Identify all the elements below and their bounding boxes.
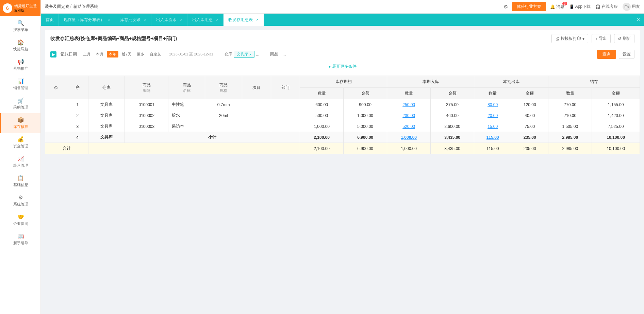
total-closing-qty: 2,985.00 bbox=[548, 143, 592, 154]
sidebar-item-basic[interactable]: 📋基础信息 bbox=[0, 171, 40, 191]
td-out-qty[interactable]: 20.00 bbox=[474, 110, 511, 121]
tab-inout-summary[interactable]: 出入库汇总× bbox=[187, 14, 224, 26]
period-btn-上月[interactable]: 上月 bbox=[81, 51, 93, 57]
sidebar-item-sales[interactable]: 📊销售管理 bbox=[0, 75, 40, 94]
warehouse-more-button[interactable]: ... bbox=[256, 52, 259, 57]
tab-close-icon[interactable]: × bbox=[144, 17, 146, 22]
th-gear[interactable]: ⚙ bbox=[45, 76, 67, 99]
export-button[interactable]: ↑ 导出 bbox=[592, 34, 611, 43]
tab-inout-flow[interactable]: 出入库流水× bbox=[151, 14, 187, 26]
date-period: 上月本月本年近7天更多自定义 bbox=[81, 51, 163, 57]
td-in-qty[interactable]: 520.00 bbox=[387, 121, 431, 132]
phone-icon: 📱 bbox=[569, 4, 574, 9]
td-out-amt: 120.00 bbox=[511, 99, 548, 110]
sidebar-item-quick-nav[interactable]: 🏠快捷导航 bbox=[0, 36, 40, 55]
td-opening-qty: 500.00 bbox=[300, 110, 344, 121]
warehouse-tag-text: 文具库 bbox=[237, 52, 248, 57]
tab-batch-ledger[interactable]: 库存批次账× bbox=[115, 14, 151, 26]
purchase-icon: 🛒 bbox=[17, 97, 24, 104]
filter-settings-button[interactable]: 设置 bbox=[619, 50, 634, 59]
tab-label: 首页 bbox=[46, 17, 54, 23]
sidebar: 6 畅捷通好生意 标准版 🔍搜索菜单🏠快捷导航📢营销推广📊销售管理🛒采购管理📦库… bbox=[0, 0, 41, 314]
period-btn-更多[interactable]: 更多 bbox=[135, 51, 146, 57]
tab-close-icon[interactable]: × bbox=[216, 17, 218, 22]
sidebar-item-purchase[interactable]: 🛒采购管理 bbox=[0, 94, 40, 113]
sidebar-item-search[interactable]: 🔍搜索菜单 bbox=[0, 16, 40, 36]
td-out-qty[interactable]: 80.00 bbox=[474, 99, 511, 110]
total-empty bbox=[88, 143, 300, 154]
chevron-down-icon: ▾ bbox=[582, 36, 584, 41]
expand-more-button[interactable]: ▾ 展开更多条件 bbox=[326, 62, 359, 71]
table-container: ⚙ 序 仓库 商品编码 商品名称 商品规格 项目 部门 库存期初 本期入库 本期… bbox=[45, 76, 640, 154]
tab-recv-send-summary[interactable]: 收发存汇总表× bbox=[224, 14, 264, 26]
logo-icon: 6 bbox=[3, 3, 12, 13]
th-in-amt: 金额 bbox=[431, 88, 474, 99]
th-out-group: 本期出库 bbox=[474, 76, 548, 88]
goods-more-button[interactable]: ... bbox=[282, 52, 286, 57]
td-subtotal-in-qty[interactable]: 1,000.00 bbox=[387, 132, 431, 143]
tab-close-icon[interactable]: × bbox=[180, 17, 182, 22]
tab-inventory-dist[interactable]: 现存量（库存分布表）× bbox=[59, 14, 115, 26]
td-dept bbox=[271, 121, 300, 132]
td-goods-code: 0100003 bbox=[125, 121, 168, 132]
total-label: 合计 bbox=[45, 143, 88, 154]
logo-text: 畅捷通好生意 bbox=[14, 3, 37, 8]
quick-nav-icon: 🏠 bbox=[17, 39, 24, 46]
td-out-qty[interactable]: 15.00 bbox=[474, 121, 511, 132]
filter-row-1: ▶ 记账日期 上月本月本年近7天更多自定义 2023-01-01 至 2023-… bbox=[50, 50, 634, 59]
sidebar-item-guide[interactable]: 📖新手引导 bbox=[0, 230, 40, 249]
td-empty bbox=[45, 110, 67, 121]
period-btn-自定义[interactable]: 自定义 bbox=[148, 51, 163, 57]
period-btn-近7天[interactable]: 近7天 bbox=[120, 51, 133, 57]
td-subtotal-out-qty[interactable]: 115.00 bbox=[474, 132, 511, 143]
th-project: 项目 bbox=[242, 76, 271, 99]
settings-icon[interactable]: ⚙ bbox=[503, 4, 508, 10]
goods-label: 商品 bbox=[270, 51, 278, 57]
refresh-button[interactable]: ↺ 刷新 bbox=[614, 34, 634, 43]
td-goods-name: 采访本 bbox=[168, 121, 205, 132]
online-service-button[interactable]: 🎧 在线客服 bbox=[595, 4, 618, 10]
td-subtotal-out-amt: 235.00 bbox=[511, 132, 548, 143]
total-out-amt: 235.00 bbox=[511, 143, 548, 154]
sidebar-item-operation[interactable]: 📈经营管理 bbox=[0, 152, 40, 171]
trial-button[interactable]: 体验行业方案 bbox=[512, 2, 546, 11]
td-in-qty[interactable]: 250.00 bbox=[387, 99, 431, 110]
user-menu[interactable]: Ea 用友 bbox=[623, 3, 640, 11]
query-button[interactable]: 查询 bbox=[597, 50, 616, 59]
tab-home[interactable]: 首页 bbox=[41, 14, 59, 26]
td-dept bbox=[271, 110, 300, 121]
tab-label: 出入库汇总 bbox=[192, 17, 213, 23]
basic-icon: 📋 bbox=[17, 175, 24, 181]
td-dept bbox=[271, 99, 300, 110]
print-button[interactable]: 🖨 按模板打印 ▾ bbox=[551, 34, 588, 43]
td-goods-code: 0100001 bbox=[125, 99, 168, 110]
td-out-amt: 40.00 bbox=[511, 110, 548, 121]
tab-bar-close-button[interactable]: × bbox=[633, 17, 644, 23]
sidebar-item-marketing[interactable]: 📢营销推广 bbox=[0, 55, 40, 75]
td-in-qty[interactable]: 230.00 bbox=[387, 110, 431, 121]
sidebar-item-system[interactable]: ⚙系统管理 bbox=[0, 191, 40, 210]
app-download-button[interactable]: 📱 App下载 bbox=[569, 4, 591, 10]
th-out-qty: 数量 bbox=[474, 88, 511, 99]
filter-expand-button[interactable]: ▶ bbox=[50, 51, 56, 57]
tab-close-icon[interactable]: × bbox=[108, 17, 110, 22]
warehouse-tag[interactable]: 文具库 × bbox=[234, 51, 254, 58]
topbar: 装备及固定资产辅助管理系统 ⚙ 体验行业方案 🔔 消息 6 📱 App下载 🎧 … bbox=[41, 0, 644, 14]
content-card: 收发存汇总表(按仓库+商品编码+商品+规格型号+项目+部门) 🖨 按模板打印 ▾… bbox=[45, 30, 640, 154]
period-btn-本月[interactable]: 本月 bbox=[94, 51, 105, 57]
export-icon: ↑ bbox=[595, 36, 597, 41]
td-goods-spec bbox=[205, 121, 242, 132]
period-btn-本年[interactable]: 本年 bbox=[107, 51, 118, 57]
header-actions: 🖨 按模板打印 ▾ ↑ 导出 ↺ 刷新 bbox=[551, 34, 634, 43]
message-button[interactable]: 🔔 消息 6 bbox=[550, 4, 564, 10]
td-warehouse: 文具库 bbox=[88, 121, 125, 132]
date-label: 记账日期 bbox=[61, 51, 77, 57]
td-goods-name: 胶水 bbox=[168, 110, 205, 121]
sidebar-item-finance[interactable]: 💰资金管理 bbox=[0, 133, 40, 152]
th-no: 序 bbox=[67, 76, 88, 99]
sidebar-item-inventory[interactable]: 📦库存核算 bbox=[0, 113, 40, 133]
sidebar-item-enterprise[interactable]: 🤝企业协同 bbox=[0, 210, 40, 230]
warehouse-tag-close-icon[interactable]: × bbox=[249, 52, 251, 56]
td-subtotal-opening-qty: 2,100.00 bbox=[300, 132, 344, 143]
tab-close-icon[interactable]: × bbox=[256, 17, 259, 22]
